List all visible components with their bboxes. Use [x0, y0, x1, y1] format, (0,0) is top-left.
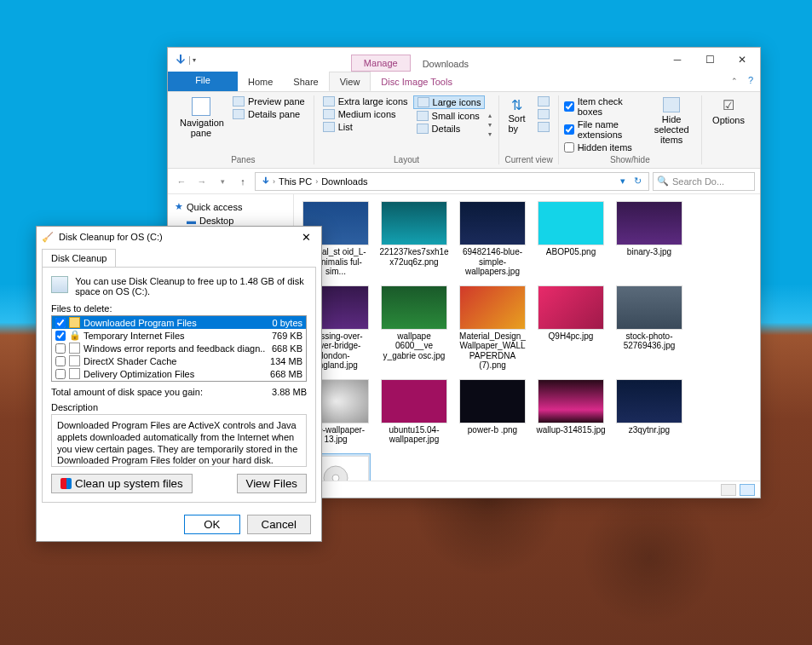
cleanup-item-checkbox[interactable] [55, 318, 66, 328]
cleanup-file-list[interactable]: Downloaded Program Files0 bytes🔒Temporar… [51, 315, 307, 382]
layout-more-icon[interactable]: ▾ [488, 130, 492, 138]
context-tab-manage[interactable]: Manage [351, 55, 411, 72]
details-view-button[interactable]: Details [413, 123, 486, 135]
refresh-button[interactable]: ↻ [631, 176, 645, 187]
clean-system-files-button[interactable]: Clean up system files [51, 474, 193, 493]
cleanup-item-checkbox[interactable] [55, 343, 66, 354]
titlebar[interactable]: | ▾ Manage Downloads ─ ☐ ✕ [168, 48, 760, 72]
tab-disc-image-tools[interactable]: Disc Image Tools [371, 72, 463, 91]
dialog-titlebar[interactable]: 🧹 Disk Cleanup for OS (C:) ✕ [37, 227, 321, 247]
breadcrumb-downloads[interactable]: Downloads [320, 176, 369, 187]
hidden-items-toggle[interactable]: Hidden items [564, 141, 642, 153]
cleanup-item[interactable]: DirectX Shader Cache134 MB [52, 354, 306, 367]
options-button[interactable]: ☑ Options [707, 95, 750, 127]
file-item[interactable]: Material_Design_Wallpaper_WALLPAPERDNA (… [458, 285, 527, 371]
item-check-boxes-checkbox[interactable] [564, 101, 574, 112]
cleanup-item-size: 668 MB [270, 369, 302, 379]
thumbnails-view-toggle[interactable] [740, 484, 755, 496]
file-thumbnail [459, 285, 526, 330]
details-pane-label: Details pane [248, 109, 300, 119]
collapse-ribbon-icon[interactable]: ⌃ [731, 77, 738, 85]
minimize-button[interactable]: ─ [661, 49, 694, 70]
qat-dropdown-icon[interactable]: ▾ [193, 56, 196, 64]
cleanup-item[interactable]: Windows error reports and feedback diagn… [52, 342, 306, 354]
close-button[interactable]: ✕ [726, 49, 758, 70]
cleanup-item[interactable]: Delivery Optimization Files668 MB [52, 367, 306, 380]
cleanup-item-checkbox[interactable] [55, 356, 66, 366]
file-thumbnail [459, 379, 526, 423]
details-view-toggle[interactable] [721, 484, 736, 496]
tab-disk-cleanup[interactable]: Disk Cleanup [42, 249, 116, 267]
navigation-pane-button[interactable]: Navigation pane [178, 95, 224, 153]
file-item[interactable]: binary-3.jpg [614, 201, 684, 277]
add-columns-button[interactable] [534, 108, 553, 120]
chevron-right-icon[interactable]: › [273, 177, 275, 186]
file-name: 69482146-blue-simple-wallpapers.jpg [458, 247, 527, 277]
recent-locations-button[interactable]: ▾ [214, 173, 231, 190]
search-input[interactable]: 🔍 Search Do... [653, 172, 755, 191]
size-columns-button[interactable] [534, 121, 553, 133]
breadcrumb[interactable]: › This PC › Downloads ▾ ↻ [255, 172, 649, 191]
ok-button[interactable]: OK [184, 515, 239, 534]
file-item[interactable]: z3qytnr.jpg [614, 379, 684, 445]
cancel-button[interactable]: Cancel [247, 515, 312, 534]
file-thumbnail [381, 201, 447, 245]
tab-view[interactable]: View [329, 72, 371, 91]
preview-pane-button[interactable]: Preview pane [229, 95, 308, 107]
list-button[interactable]: List [320, 121, 412, 133]
hidden-items-checkbox[interactable] [564, 142, 574, 153]
downloads-folder-icon [259, 176, 271, 187]
layout-scroll-down-icon[interactable]: ▾ [488, 121, 492, 129]
desktop-icon: ▬ [187, 216, 196, 226]
medium-icons-button[interactable]: Medium icons [320, 108, 412, 120]
file-item[interactable]: 69482146-blue-simple-wallpapers.jpg [458, 201, 527, 277]
file-item[interactable]: 221237kes7sxh1ex72uq6z.png [379, 201, 449, 277]
file-item[interactable]: stock-photo-52769436.jpg [614, 285, 684, 371]
details-pane-button[interactable]: Details pane [229, 108, 308, 120]
disk-cleanup-icon: 🧹 [42, 232, 54, 243]
window-title: Downloads [411, 56, 481, 72]
up-button[interactable]: ↑ [234, 173, 251, 190]
md-label: Medium icons [338, 109, 396, 119]
file-extensions-checkbox[interactable] [564, 124, 574, 135]
file-list[interactable]: aterial_st oid_L-pa nimalis ful-sim...22… [294, 194, 760, 481]
large-icons-button[interactable]: Large icons [413, 95, 486, 109]
item-check-boxes-toggle[interactable]: Item check boxes [564, 95, 642, 118]
dialog-close-button[interactable]: ✕ [297, 231, 316, 244]
small-icons-button[interactable]: Small icons [413, 110, 486, 122]
ribbon-group-layout: Extra large icons Medium icons List Larg… [314, 95, 500, 164]
chevron-right-icon[interactable]: › [315, 177, 318, 186]
forward-button[interactable]: → [193, 173, 210, 190]
layout-scroll-up-icon[interactable]: ▴ [488, 112, 492, 119]
file-thumbnail [459, 201, 526, 245]
maximize-button[interactable]: ☐ [694, 49, 726, 70]
ribbon-group-options: ☑ Options [702, 95, 755, 164]
extra-large-icons-button[interactable]: Extra large icons [320, 95, 412, 107]
clean-sys-label: Clean up system files [75, 477, 183, 490]
breadcrumb-this-pc[interactable]: This PC [277, 176, 314, 187]
file-item[interactable]: Q9H4pc.jpg [536, 285, 606, 371]
breadcrumb-dropdown-icon[interactable]: ▾ [617, 176, 629, 187]
cleanup-item[interactable]: Downloaded Program Files0 bytes [52, 316, 306, 329]
cleanup-item-checkbox[interactable] [55, 331, 66, 341]
file-item[interactable]: wallpape 0600__ve y_gabrie osc.jpg [379, 285, 449, 371]
file-item[interactable]: wallup-314815.jpg [536, 379, 606, 445]
file-extensions-toggle[interactable]: File name extensions [564, 118, 642, 141]
back-button[interactable]: ← [173, 173, 190, 190]
view-files-button[interactable]: View Files [237, 474, 308, 493]
cleanup-item[interactable]: 🔒Temporary Internet Files769 KB [52, 329, 306, 342]
tab-file[interactable]: File [168, 72, 238, 91]
tab-home[interactable]: Home [238, 72, 283, 91]
file-item[interactable]: ubuntu15.04-wallpaper.jpg [379, 379, 449, 445]
help-button[interactable]: ? [741, 72, 760, 91]
sm-label: Small icons [432, 111, 480, 121]
group-by-button[interactable] [534, 95, 553, 107]
file-item[interactable]: ABOP05.png [536, 201, 606, 277]
tab-share[interactable]: Share [283, 72, 328, 91]
file-item[interactable]: power-b .png [458, 379, 527, 445]
hide-selected-button[interactable]: Hide selected items [647, 95, 696, 153]
sort-by-button[interactable]: ⇅ Sort by [504, 95, 528, 153]
qat-separator: | [188, 55, 191, 65]
cleanup-item-checkbox[interactable] [55, 369, 66, 379]
sidebar-quick-access[interactable]: ★ Quick access [171, 199, 290, 214]
